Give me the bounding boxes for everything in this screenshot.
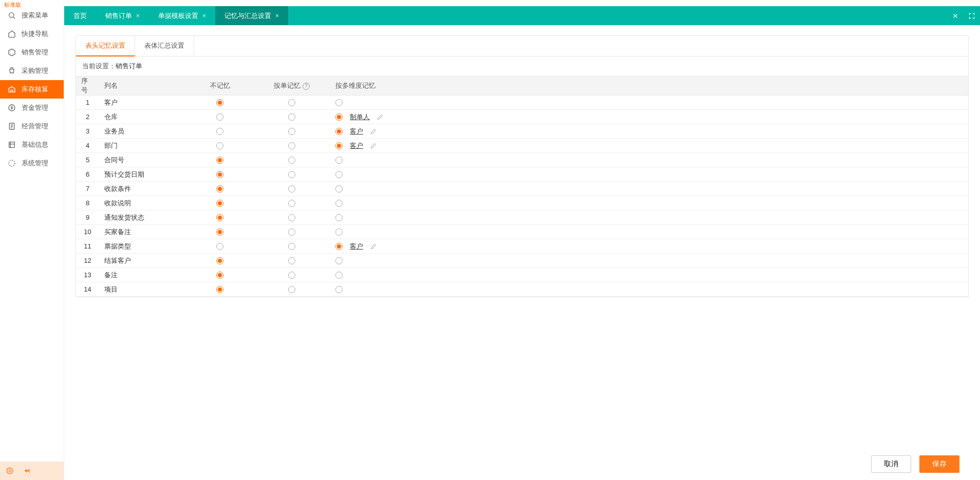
dim-link[interactable]: 客户 [350,141,363,150]
radio-no-memory[interactable] [216,99,223,106]
radio-by-order[interactable] [288,171,295,178]
sidebar-item-4[interactable]: 库存核算 [0,80,64,99]
cancel-button[interactable]: 取消 [871,455,911,473]
sidebar-item-8[interactable]: 系统管理 [0,154,64,172]
inner-tab-0[interactable]: 表头记忆设置 [76,36,135,56]
sidebar-item-0[interactable]: 搜索菜单 [0,6,64,25]
tab-3[interactable]: 记忆与汇总设置× [215,6,288,25]
radio-no-memory[interactable] [216,128,223,135]
cell-r2 [253,110,330,124]
cell-idx: 12 [76,254,99,268]
sidebar-item-3[interactable]: 采购管理 [0,62,64,80]
close-icon[interactable]: × [202,12,206,20]
radio-by-order[interactable] [288,272,295,279]
col-no-memory: 不记忆 [186,76,253,95]
radio-no-memory[interactable] [216,142,223,149]
cell-idx: 1 [76,95,99,110]
edit-icon[interactable] [377,114,383,120]
radio-no-memory[interactable] [216,214,223,221]
radio-by-dim[interactable] [335,113,343,121]
help-icon[interactable]: ? [303,83,310,90]
cell-idx: 6 [76,167,99,182]
collapse-icon[interactable] [24,467,31,474]
radio-by-dim[interactable] [335,228,343,236]
radio-by-dim[interactable] [335,272,343,279]
sidebar-item-label: 系统管理 [22,159,48,168]
dim-link[interactable]: 制单人 [350,112,370,122]
radio-no-memory[interactable] [216,272,223,279]
edit-icon[interactable] [370,243,376,249]
tab-bar: 首页销售订单×单据模板设置×记忆与汇总设置× [64,6,980,25]
sidebar-item-1[interactable]: 快捷导航 [0,25,64,43]
tab-2[interactable]: 单据模板设置× [149,6,215,25]
close-all-icon[interactable] [947,6,964,25]
inner-tab-1[interactable]: 表体汇总设置 [135,36,194,56]
close-icon[interactable]: × [136,12,140,20]
radio-by-order[interactable] [288,185,295,193]
radio-by-dim[interactable] [335,286,343,293]
radio-by-dim[interactable] [335,142,343,149]
radio-no-memory[interactable] [216,228,223,236]
radio-by-dim[interactable] [335,257,343,264]
radio-no-memory[interactable] [216,113,223,121]
radio-no-memory[interactable] [216,185,223,193]
radio-by-dim[interactable] [335,200,343,207]
radio-by-dim[interactable] [335,185,343,193]
radio-by-order[interactable] [288,142,295,149]
cell-idx: 8 [76,196,99,210]
tab-0[interactable]: 首页 [64,6,96,25]
gear-icon[interactable] [6,467,13,474]
edit-icon[interactable] [370,128,376,135]
close-icon[interactable]: × [275,12,279,20]
radio-by-dim[interactable] [335,157,343,164]
cell-r3 [330,282,968,297]
radio-by-order[interactable] [288,200,295,207]
radio-no-memory[interactable] [216,200,223,207]
sidebar-item-2[interactable]: 销售管理 [0,43,64,62]
radio-by-order[interactable] [288,99,295,106]
cell-r1 [186,239,253,254]
cell-r3: 客户 [330,139,968,153]
radio-by-dim[interactable] [335,214,343,221]
radio-by-order[interactable] [288,243,295,250]
radio-by-order[interactable] [288,286,295,293]
cell-r2 [253,95,330,110]
dim-link[interactable]: 客户 [350,242,363,251]
radio-by-dim[interactable] [335,171,343,178]
cell-r3 [330,167,968,182]
radio-by-order[interactable] [288,157,295,164]
radio-by-order[interactable] [288,214,295,221]
tab-1[interactable]: 销售订单× [96,6,149,25]
edit-icon[interactable] [370,143,376,149]
tab-label: 单据模板设置 [158,11,198,21]
radio-by-dim[interactable] [335,243,343,250]
table-row: 3业务员客户 [76,124,968,139]
sidebar-item-5[interactable]: 资金管理 [0,99,64,117]
radio-no-memory[interactable] [216,257,223,264]
cell-name: 客户 [99,95,186,110]
radio-by-order[interactable] [288,113,295,121]
cell-idx: 13 [76,268,99,282]
svg-point-5 [9,470,11,472]
fullscreen-icon[interactable] [964,6,980,25]
current-setting-value: 销售订单 [116,62,142,70]
table-row: 4部门客户 [76,139,968,153]
radio-no-memory[interactable] [216,243,223,250]
radio-no-memory[interactable] [216,286,223,293]
radio-by-dim[interactable] [335,99,343,106]
tab-label: 记忆与汇总设置 [224,11,271,21]
cell-r3: 客户 [330,239,968,254]
save-button[interactable]: 保存 [919,455,959,473]
radio-no-memory[interactable] [216,171,223,178]
radio-no-memory[interactable] [216,157,223,164]
sidebar-item-7[interactable]: 基础信息 [0,136,64,154]
cell-r1 [186,95,253,110]
sidebar-bottom [0,462,64,480]
radio-by-order[interactable] [288,128,295,135]
radio-by-order[interactable] [288,228,295,236]
dim-link[interactable]: 客户 [350,127,363,136]
sidebar-item-6[interactable]: 经营管理 [0,117,64,136]
radio-by-dim[interactable] [335,128,343,135]
svg-point-0 [9,13,14,17]
radio-by-order[interactable] [288,257,295,264]
